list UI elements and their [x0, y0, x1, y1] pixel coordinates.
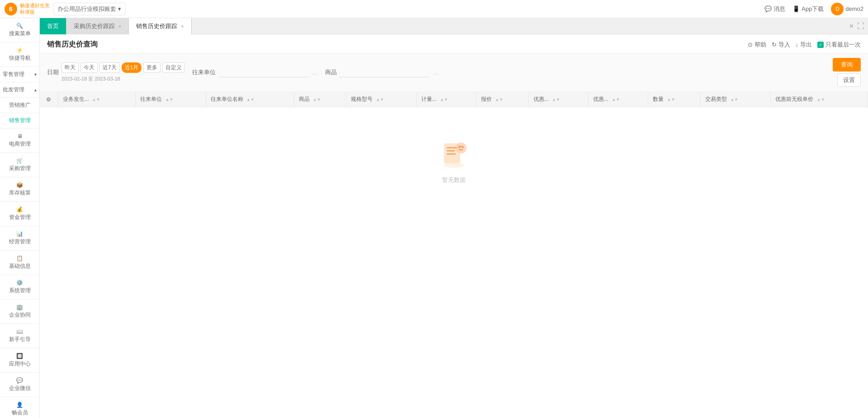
- date-btn-last1m[interactable]: 近1月: [122, 62, 142, 73]
- col-discount1[interactable]: 优惠... ▲▼: [528, 92, 588, 107]
- sidebar-item-quick[interactable]: ⚡ 快捷导航: [0, 43, 39, 67]
- sort-icon: ▲▼: [817, 98, 825, 102]
- col-no-tax-price[interactable]: 优惠前无税单价 ▲▼: [771, 92, 868, 107]
- goods-filter-group: 商品 ...: [325, 67, 439, 77]
- date-btn-last7[interactable]: 近7天: [99, 62, 120, 73]
- export-button[interactable]: ↓ 导出: [796, 41, 812, 49]
- goods-input[interactable]: [340, 67, 430, 77]
- empty-text: 暂无数据: [442, 176, 466, 184]
- date-btn-more[interactable]: 更多: [143, 62, 160, 73]
- ecommerce-icon: 🖥: [17, 133, 23, 139]
- partner-filter-group: 往来单位 ...: [192, 67, 317, 77]
- date-btn-yesterday[interactable]: 昨天: [61, 62, 79, 73]
- chevron-down-icon: ▾: [34, 72, 37, 77]
- query-button[interactable]: 查询: [833, 58, 861, 71]
- close-all-icon[interactable]: ×: [849, 22, 854, 30]
- sidebar: 🔍 搜索菜单 ⚡ 快捷导航 零售管理 ▾ 批发管理 ▴ 营销推广 销售管理 🖥 …: [0, 18, 40, 418]
- sidebar-item-ecommerce[interactable]: 🖥 电商管理: [0, 128, 39, 153]
- sidebar-item-system[interactable]: ⚙️ 系统管理: [0, 275, 39, 299]
- system-icon: ⚙️: [16, 280, 23, 286]
- page-title: 销售历史价查询: [47, 40, 98, 49]
- col-settings[interactable]: ⚙: [40, 92, 58, 107]
- data-table: ⚙ 业务发生... ▲▼ 往来单位 ▲▼ 往来单位名称: [40, 92, 868, 107]
- import-button[interactable]: ↻ 导入: [772, 41, 790, 49]
- finance-icon: 💰: [16, 206, 23, 213]
- import-icon: ↻: [772, 41, 777, 48]
- goods-dots[interactable]: ...: [433, 68, 439, 76]
- help-button[interactable]: ⊙ 帮助: [748, 41, 766, 49]
- tab-home[interactable]: 首页: [40, 18, 66, 34]
- sidebar-item-guide[interactable]: 📖 新手引导: [0, 324, 39, 348]
- col-discount2[interactable]: 优惠... ▲▼: [588, 92, 648, 107]
- filter-right: 查询 设置: [833, 58, 861, 87]
- message-icon: 💬: [764, 5, 772, 12]
- col-biz-date[interactable]: 业务发生... ▲▼: [58, 92, 136, 107]
- col-unit[interactable]: 计量... ▲▼: [416, 92, 476, 107]
- sidebar-item-search[interactable]: 🔍 搜索菜单: [0, 18, 39, 43]
- operation-icon: 📊: [16, 231, 23, 237]
- company-selector[interactable]: 办公用品行业模拟账套 ▾: [53, 3, 126, 15]
- app-download-action[interactable]: 📱 App下载: [793, 5, 824, 13]
- page-content: 销售历史价查询 ⊙ 帮助 ↻ 导入 ↓ 导出 ✓: [40, 34, 868, 418]
- col-trade-type[interactable]: 交易类型 ▲▼: [700, 92, 770, 107]
- sidebar-item-purchase[interactable]: 🛒 采购管理: [0, 153, 39, 177]
- sidebar-item-wechat[interactable]: 💬 企业微信: [0, 373, 39, 397]
- sort-icon: ▲▼: [667, 98, 675, 102]
- top-bar: 6 畅捷通好生意 标准版 办公用品行业模拟账套 ▾ 💬 消息 📱 App下载 D…: [0, 0, 868, 18]
- partner-input[interactable]: [218, 67, 309, 77]
- svg-point-5: [456, 142, 467, 153]
- date-btn-today[interactable]: 今天: [80, 62, 98, 73]
- sidebar-item-member[interactable]: 👤 畅会员: [0, 397, 39, 418]
- wechat-icon: 💬: [16, 377, 23, 384]
- sort-icon: ▲▼: [552, 98, 560, 102]
- sidebar-item-basic[interactable]: 📋 基础信息: [0, 251, 39, 275]
- col-quantity[interactable]: 数量 ▲▼: [648, 92, 701, 107]
- top-bar-left: 6 畅捷通好生意 标准版 办公用品行业模拟账套 ▾: [5, 3, 126, 15]
- sidebar-item-wholesale[interactable]: 批发管理 ▴: [0, 82, 39, 98]
- only-last-checkbox-group[interactable]: ✓ 只看最后一次: [817, 41, 861, 49]
- tab-close-purchase[interactable]: ×: [118, 24, 121, 29]
- fullscreen-icon[interactable]: ⛶: [857, 22, 864, 30]
- top-bar-right: 💬 消息 📱 App下载 D demo2: [764, 3, 863, 15]
- tab-close-sales[interactable]: ×: [181, 24, 184, 29]
- col-partner-name[interactable]: 往来单位名称 ▲▼: [206, 92, 294, 107]
- col-goods[interactable]: 商品 ▲▼: [294, 92, 346, 107]
- message-action[interactable]: 💬 消息: [764, 5, 785, 13]
- col-partner-code[interactable]: 往来单位 ▲▼: [136, 92, 206, 107]
- sidebar-item-inventory[interactable]: 📦 库存核算: [0, 177, 39, 202]
- table-container: ⚙ 业务发生... ▲▼ 往来单位 ▲▼ 往来单位名称: [40, 92, 868, 418]
- col-quote[interactable]: 报价 ▲▼: [476, 92, 528, 107]
- logo-text: 畅捷通好生意 标准版: [20, 3, 50, 14]
- settings-button[interactable]: 设置: [837, 73, 861, 87]
- svg-point-6: [459, 147, 461, 148]
- date-filter-label: 日期: [47, 68, 59, 76]
- quick-icon: ⚡: [16, 47, 23, 53]
- help-icon: ⊙: [748, 41, 753, 48]
- chevron-up-icon: ▴: [34, 87, 37, 92]
- sidebar-item-retail[interactable]: 零售管理 ▾: [0, 67, 39, 82]
- sidebar-sub-marketing[interactable]: 营销推广: [0, 98, 39, 113]
- settings-gear-icon[interactable]: ⚙: [46, 96, 51, 103]
- chevron-down-icon: ▾: [118, 5, 121, 12]
- basic-icon: 📋: [16, 255, 23, 261]
- search-icon: 🔍: [16, 23, 23, 29]
- col-spec[interactable]: 规格型号 ▲▼: [346, 92, 416, 107]
- date-range-text: 2023-02-18 至 2023-03-18: [61, 76, 120, 82]
- tab-sales-history[interactable]: 销售历史价跟踪 ×: [129, 18, 191, 34]
- sidebar-item-enterprise[interactable]: 🏢 企业协同: [0, 299, 39, 324]
- date-btn-custom[interactable]: 自定义: [162, 62, 185, 73]
- user-action[interactable]: D demo2: [831, 3, 863, 15]
- only-last-checkbox[interactable]: ✓: [817, 42, 824, 48]
- goods-label: 商品: [325, 68, 337, 76]
- partner-dots[interactable]: ...: [311, 68, 317, 76]
- sort-icon: ▲▼: [313, 98, 321, 102]
- sidebar-item-operation[interactable]: 📊 经营管理: [0, 226, 39, 251]
- sort-icon: ▲▼: [246, 98, 255, 102]
- tab-purchase-history[interactable]: 采购历史价跟踪 ×: [66, 18, 129, 34]
- enterprise-icon: 🏢: [16, 304, 23, 310]
- sidebar-item-finance[interactable]: 💰 资金管理: [0, 202, 39, 226]
- sidebar-sub-sales[interactable]: 销售管理: [0, 113, 39, 128]
- sort-icon: ▲▼: [92, 98, 100, 102]
- sidebar-item-appstore[interactable]: 🔲 应用中心: [0, 348, 39, 373]
- tab-bar-actions: × ⛶: [849, 22, 868, 30]
